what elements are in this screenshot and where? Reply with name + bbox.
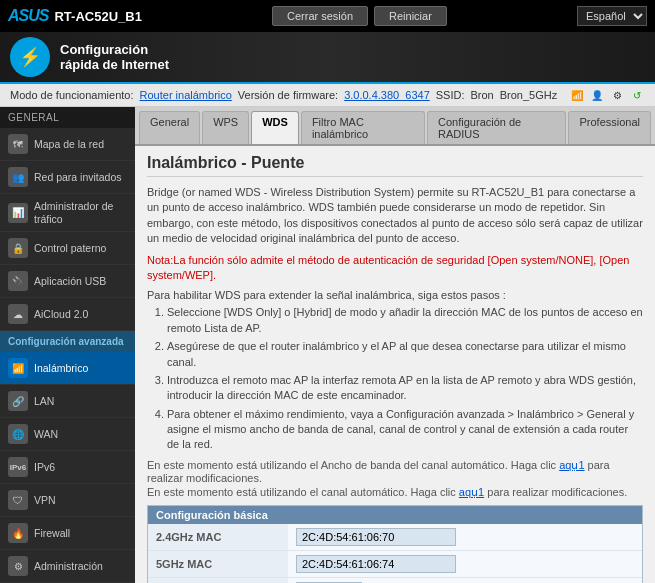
info2-suffix: para realizar modificaciones. bbox=[484, 486, 627, 498]
sidebar-item-red-label: Red para invitados bbox=[34, 171, 122, 184]
lan-icon: 🔗 bbox=[8, 391, 28, 411]
info1-prefix: En este momento está utilizando el Ancho… bbox=[147, 459, 559, 471]
sidebar-item-wan[interactable]: 🌐 WAN bbox=[0, 418, 135, 451]
sidebar: General 🗺 Mapa de la red 👥 Red para invi… bbox=[0, 107, 135, 583]
header-title: Configuración rápida de Internet bbox=[60, 42, 169, 72]
sidebar-item-inalambrico-label: Inalámbrico bbox=[34, 362, 88, 375]
sidebar-item-lan[interactable]: 🔗 LAN bbox=[0, 385, 135, 418]
sidebar-item-mapa-label: Mapa de la red bbox=[34, 138, 104, 151]
note-text: Nota:La función sólo admite el método de… bbox=[147, 253, 643, 284]
wan-icon: 🌐 bbox=[8, 424, 28, 444]
ssid2: Bron_5GHz bbox=[500, 89, 557, 101]
mac5g-value-cell bbox=[288, 550, 642, 577]
sidebar-item-ipv6[interactable]: IPv6 IPv6 bbox=[0, 451, 135, 484]
top-bar-right: Español bbox=[577, 6, 647, 26]
sidebar-item-wan-label: WAN bbox=[34, 428, 58, 441]
modo-label: Modo de funcionamiento: bbox=[10, 89, 134, 101]
sidebar-item-vpn-label: VPN bbox=[34, 494, 56, 507]
step-3: Introduzca el remoto mac AP la interfaz … bbox=[167, 373, 643, 404]
ssid-bar: Modo de funcionamiento: Router inalámbri… bbox=[0, 84, 655, 107]
sidebar-item-ipv6-label: IPv6 bbox=[34, 461, 55, 474]
sidebar-advanced-header: Configuración avanzada bbox=[0, 331, 135, 352]
reiniciar-button[interactable]: Reiniciar bbox=[374, 6, 447, 26]
info2-text: En este momento está utilizando el canal… bbox=[147, 486, 643, 499]
banda-value-cell: 2.4GHz 5GHz bbox=[288, 577, 642, 583]
inalambrico-icon: 📶 bbox=[8, 358, 28, 378]
step-4: Para obtener el máximo rendimiento, vaya… bbox=[167, 407, 643, 453]
mac24-value-cell bbox=[288, 524, 642, 551]
ssid-label: SSID: bbox=[436, 89, 465, 101]
sidebar-item-inalambrico[interactable]: 📶 Inalámbrico bbox=[0, 352, 135, 385]
person-icon: 👤 bbox=[589, 87, 605, 103]
mapa-icon: 🗺 bbox=[8, 134, 28, 154]
asus-logo: ASUS bbox=[8, 7, 48, 25]
config-section-title: Configuración básica bbox=[148, 506, 642, 524]
signal-icon: 📶 bbox=[569, 87, 585, 103]
info1-link[interactable]: aqụ1 bbox=[559, 459, 584, 471]
vpn-icon: 🛡 bbox=[8, 490, 28, 510]
config-section: Configuración básica 2.4GHz MAC 5GHz MAC bbox=[147, 505, 643, 583]
logo-area: ASUS RT-AC52U_B1 bbox=[8, 7, 142, 25]
ssid1: Bron bbox=[471, 89, 494, 101]
sidebar-item-control[interactable]: 🔒 Control paterno bbox=[0, 232, 135, 265]
info2-link[interactable]: aqụ1 bbox=[459, 486, 484, 498]
mac24-label: 2.4GHz MAC bbox=[148, 524, 288, 551]
sidebar-item-red[interactable]: 👥 Red para invitados bbox=[0, 161, 135, 194]
sidebar-item-aicloud-label: AiCloud 2.0 bbox=[34, 308, 88, 321]
sidebar-item-usb[interactable]: 🔌 Aplicación USB bbox=[0, 265, 135, 298]
mac5g-input[interactable] bbox=[296, 555, 456, 573]
step-2: Asegúrese de que el router inalámbrico y… bbox=[167, 339, 643, 370]
mac5g-row: 5GHz MAC bbox=[148, 550, 642, 577]
firmware-value: 3.0.0.4.380_6347 bbox=[344, 89, 430, 101]
firewall-icon: 🔥 bbox=[8, 523, 28, 543]
refresh-icon: ↺ bbox=[629, 87, 645, 103]
steps-list: Seleccione [WDS Only] o [Hybrid] de modo… bbox=[147, 305, 643, 453]
sidebar-item-admin[interactable]: ⚙ Administración bbox=[0, 550, 135, 583]
tab-professional[interactable]: Professional bbox=[568, 111, 651, 144]
mac24-row: 2.4GHz MAC bbox=[148, 524, 642, 551]
cerrar-sesion-button[interactable]: Cerrar sesión bbox=[272, 6, 368, 26]
sidebar-item-firewall-label: Firewall bbox=[34, 527, 70, 540]
control-icon: 🔒 bbox=[8, 238, 28, 258]
sidebar-item-vpn[interactable]: 🛡 VPN bbox=[0, 484, 135, 517]
sidebar-item-lan-label: LAN bbox=[34, 395, 54, 408]
tab-wps[interactable]: WPS bbox=[202, 111, 249, 144]
admin-icon: ⚙ bbox=[8, 556, 28, 576]
tab-filtro[interactable]: Filtro MAC inalámbrico bbox=[301, 111, 425, 144]
sidebar-general-header: General bbox=[0, 107, 135, 128]
ipv6-icon: IPv6 bbox=[8, 457, 28, 477]
info1-text: En este momento está utilizando el Ancho… bbox=[147, 459, 643, 484]
settings-icon: ⚙ bbox=[609, 87, 625, 103]
tabs-bar: General WPS WDS Filtro MAC inalámbrico C… bbox=[135, 107, 655, 146]
firmware-label: Versión de firmware: bbox=[238, 89, 338, 101]
info2-prefix: En este momento está utilizando el canal… bbox=[147, 486, 459, 498]
content-area: General WPS WDS Filtro MAC inalámbrico C… bbox=[135, 107, 655, 583]
sidebar-item-trafico-label: Administrador de tráfico bbox=[34, 200, 127, 225]
step-1: Seleccione [WDS Only] o [Hybrid] de modo… bbox=[167, 305, 643, 336]
main-layout: General 🗺 Mapa de la red 👥 Red para invi… bbox=[0, 107, 655, 583]
tab-general[interactable]: General bbox=[139, 111, 200, 144]
mac24-input[interactable] bbox=[296, 528, 456, 546]
config-table: 2.4GHz MAC 5GHz MAC Banda bbox=[148, 524, 642, 583]
sidebar-item-trafico[interactable]: 📊 Administrador de tráfico bbox=[0, 194, 135, 232]
tab-wds[interactable]: WDS bbox=[251, 111, 299, 144]
sidebar-item-mapa[interactable]: 🗺 Mapa de la red bbox=[0, 128, 135, 161]
header-icons: 📶 👤 ⚙ ↺ bbox=[569, 87, 645, 103]
desc-text: Bridge (or named WDS - Wireless Distribu… bbox=[147, 185, 643, 247]
top-bar-buttons: Cerrar sesión Reiniciar bbox=[272, 6, 447, 26]
header: ⚡ Configuración rápida de Internet bbox=[0, 32, 655, 84]
tab-radius[interactable]: Configuración de RADIUS bbox=[427, 111, 566, 144]
aicloud-icon: ☁ bbox=[8, 304, 28, 324]
sidebar-item-usb-label: Aplicación USB bbox=[34, 275, 106, 288]
red-icon: 👥 bbox=[8, 167, 28, 187]
header-icon: ⚡ bbox=[10, 37, 50, 77]
banda-label: Banda bbox=[148, 577, 288, 583]
router-model: RT-AC52U_B1 bbox=[54, 9, 141, 24]
banda-row: Banda 2.4GHz 5GHz bbox=[148, 577, 642, 583]
sidebar-item-aicloud[interactable]: ☁ AiCloud 2.0 bbox=[0, 298, 135, 331]
mac5g-label: 5GHz MAC bbox=[148, 550, 288, 577]
sidebar-item-firewall[interactable]: 🔥 Firewall bbox=[0, 517, 135, 550]
page-content: Inalámbrico - Puente Bridge (or named WD… bbox=[135, 146, 655, 583]
page-title: Inalámbrico - Puente bbox=[147, 154, 643, 177]
language-select[interactable]: Español bbox=[577, 6, 647, 26]
